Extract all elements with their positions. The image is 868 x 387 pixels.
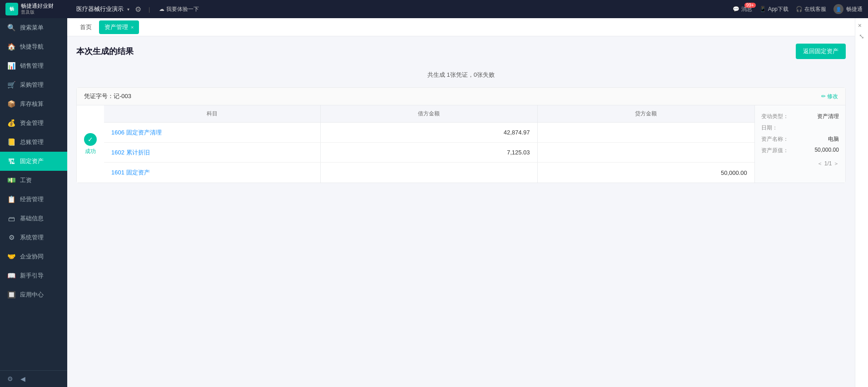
return-button[interactable]: 返回固定资产: [796, 44, 846, 59]
status-column: ✓ 成功: [77, 105, 104, 183]
col-header-debit: 借方金额: [321, 105, 537, 122]
edit-icon: ✏: [821, 93, 826, 99]
subject-link-1[interactable]: 1606 固定资产清理: [111, 129, 162, 137]
asset-name-value: 电脑: [828, 135, 839, 143]
table-row: 1601 固定资产 50,000.00: [104, 163, 754, 183]
header-right: 💬 消息 99 📱 App下载 🎧 在线客服 👤 畅捷通: [733, 4, 863, 14]
ledger-icon: 📒: [7, 138, 15, 146]
app-name: 畅捷通好业财: [21, 3, 54, 9]
experience-button[interactable]: ☁ 我要体验一下: [159, 5, 199, 13]
row3-subject: 1601 固定资产: [104, 163, 321, 183]
home-icon: 🏠: [7, 43, 15, 51]
payroll-icon: 💵: [7, 176, 15, 184]
workspace-bar: 医疗器械行业演示 ▾ ⚙ | ☁ 我要体验一下: [73, 5, 733, 14]
sidebar-item-finance[interactable]: 💰 资金管理: [0, 114, 67, 133]
col-header-subject: 科目: [104, 105, 321, 122]
avatar: 👤: [833, 4, 843, 14]
sales-icon: 📊: [7, 62, 15, 70]
edit-button[interactable]: ✏ 修改: [821, 93, 838, 100]
row3-credit: 50,000.00: [538, 163, 754, 183]
voucher-block: 凭证字号：记-003 ✏ 修改 ✓ 成功: [76, 87, 846, 183]
voucher-header: 凭证字号：记-003 ✏ 修改: [77, 88, 845, 105]
date-label: 日期：: [761, 124, 778, 132]
workspace-name: 医疗器械行业演示: [76, 5, 124, 13]
col-header-credit: 贷方金额: [538, 105, 754, 122]
search-icon: 🔍: [7, 24, 15, 32]
logo-area: 畅 畅捷通好业财 普及版: [5, 3, 73, 15]
change-type-label: 变动类型：: [761, 113, 789, 120]
sidebar-item-inventory[interactable]: 📦 库存核算: [0, 94, 67, 114]
sidebar-item-ledger[interactable]: 📒 总账管理: [0, 133, 67, 152]
panel-close-button[interactable]: ×: [858, 22, 862, 29]
settings-button[interactable]: ⚙: [7, 375, 13, 382]
username: 畅捷通: [846, 5, 863, 13]
subject-link-3[interactable]: 1601 固定资产: [111, 169, 150, 177]
guide-icon: 📖: [7, 272, 15, 280]
messages-badge: 99: [744, 3, 756, 8]
download-icon: 📱: [759, 6, 766, 12]
tab-asset-management[interactable]: 资产管理 ×: [99, 20, 139, 34]
sidebar-bottom: ⚙ ◀: [0, 370, 67, 387]
top-header: 畅 畅捷通好业财 普及版 医疗器械行业演示 ▾ ⚙ | ☁ 我要体验一下 💬 消…: [0, 0, 868, 18]
detail-pagination: ＜ 1/1 ＞: [761, 160, 839, 168]
inventory-icon: 📦: [7, 100, 15, 108]
system-icon: ⚙: [7, 233, 15, 242]
fixed-assets-icon: 🏗: [7, 158, 15, 165]
voucher-number: 凭证字号：记-003: [84, 92, 131, 100]
sidebar-item-basicinfo[interactable]: 🗃 基础信息: [0, 209, 67, 228]
table-row: 1602 累计折旧 7,125.03: [104, 143, 754, 163]
basicinfo-icon: 🗃: [7, 215, 15, 223]
next-page-icon[interactable]: ＞: [833, 160, 839, 167]
sidebar-item-appcenter[interactable]: 🔲 应用中心: [0, 285, 67, 304]
tab-close-icon[interactable]: ×: [131, 25, 134, 30]
app-download-button[interactable]: 📱 App下载: [759, 5, 789, 13]
change-type-value: 资产清理: [817, 113, 839, 120]
sidebar-item-sales[interactable]: 📊 销售管理: [0, 56, 67, 75]
main-layout: 🔍 搜索菜单 🏠 快捷导航 📊 销售管理 🛒 采购管理 📦 库存核算 💰: [0, 18, 868, 387]
detail-change-type: 变动类型： 资产清理: [761, 111, 839, 122]
tab-home[interactable]: 首页: [74, 20, 97, 34]
sidebar-item-fixed-assets[interactable]: 🏗 固定资产: [0, 152, 67, 171]
sidebar-item-search[interactable]: 🔍 搜索菜单: [0, 18, 67, 37]
sidebar-item-payroll[interactable]: 💵 工资: [0, 171, 67, 190]
sidebar-item-quicknav[interactable]: 🏠 快捷导航: [0, 37, 67, 56]
asset-name-label: 资产名称：: [761, 135, 789, 143]
voucher-table: ✓ 成功 科目 借方金额 贷方金额 1606 固定资产清: [77, 105, 845, 183]
collab-icon: 🤝: [7, 253, 15, 261]
sidebar-item-operations[interactable]: 📋 经营管理: [0, 190, 67, 209]
finance-icon: 💰: [7, 119, 15, 127]
prev-page-icon[interactable]: ＜: [817, 160, 823, 167]
workspace-dropdown-icon[interactable]: ▾: [127, 7, 129, 12]
cloud-icon: ☁: [159, 6, 164, 12]
row1-credit: [538, 123, 754, 142]
success-icon: ✓: [84, 133, 97, 146]
subject-link-2[interactable]: 1602 累计折旧: [111, 149, 150, 157]
sidebar-item-purchase[interactable]: 🛒 采购管理: [0, 75, 67, 94]
original-value-label: 资产原值：: [761, 147, 789, 154]
original-value-value: 50,000.00: [814, 147, 838, 154]
app-edition: 普及版: [21, 9, 54, 15]
sidebar-item-system[interactable]: ⚙ 系统管理: [0, 228, 67, 247]
sidebar-item-guide[interactable]: 📖 新手引导: [0, 266, 67, 285]
collapse-sidebar-button[interactable]: ◀: [20, 375, 25, 382]
sidebar-scroll: 🔍 搜索菜单 🏠 快捷导航 📊 销售管理 🛒 采购管理 📦 库存核算 💰: [0, 18, 67, 370]
messages-button[interactable]: 💬 消息 99: [733, 5, 752, 13]
message-icon: 💬: [733, 6, 739, 12]
detail-date: 日期：: [761, 122, 839, 134]
page-content: 本次生成的结果 返回固定资产 共生成 1张凭证，0张失败 凭证字号：记-003 …: [67, 36, 855, 387]
logo-icon: 畅: [5, 3, 18, 15]
panel-expand-button[interactable]: ⤡: [859, 33, 864, 40]
workspace-settings-icon[interactable]: ⚙: [135, 5, 141, 14]
tab-bar: 首页 资产管理 ×: [67, 18, 855, 36]
voucher-main-table: 科目 借方金额 贷方金额 1606 固定资产清理 42,874.97: [104, 105, 754, 183]
panel-controls: × ⤡: [855, 18, 868, 387]
sidebar-item-collab[interactable]: 🤝 企业协同: [0, 247, 67, 266]
pagination-text: 1/1: [824, 160, 833, 167]
appcenter-icon: 🔲: [7, 291, 15, 299]
page-title: 本次生成的结果: [76, 46, 134, 57]
detail-original-value: 资产原值： 50,000.00: [761, 145, 839, 156]
table-row: 1606 固定资产清理 42,874.97: [104, 123, 754, 143]
summary-bar: 共生成 1张凭证，0张失败: [76, 66, 846, 84]
online-service-button[interactable]: 🎧 在线客服: [796, 5, 826, 13]
user-area[interactable]: 👤 畅捷通: [833, 4, 863, 14]
